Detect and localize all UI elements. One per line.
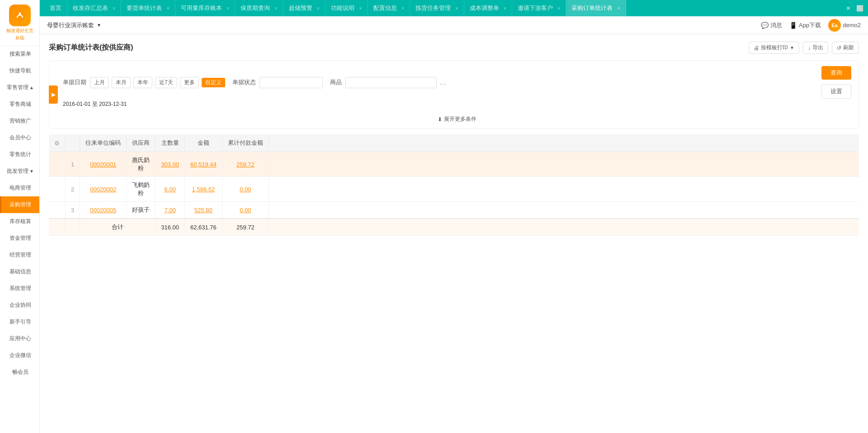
date-filter-label: 单据日期: [63, 78, 86, 86]
td-seq-3: 3: [66, 202, 80, 219]
sidebar-item-app-center[interactable]: 应用中心: [0, 330, 39, 347]
tab-receive-send[interactable]: 收发存汇总表 ×: [67, 0, 121, 16]
account-dropdown[interactable]: 母婴行业演示账套 ▼: [47, 21, 101, 29]
sidebar-item-finance-mgmt[interactable]: 资金管理: [0, 230, 39, 247]
sidebar-item-enterprise-wechat[interactable]: 企业微信: [0, 347, 39, 364]
th-paid-amount: 累计付款金额: [222, 134, 269, 152]
refresh-button[interactable]: ↺ 刷新: [832, 42, 859, 54]
unit-code-link-1[interactable]: 00020001: [90, 161, 116, 168]
sidebar-item-members[interactable]: 会员中心: [0, 129, 39, 146]
main-qty-link-1[interactable]: 303.00: [161, 161, 179, 168]
close-overstock-icon[interactable]: ×: [317, 0, 320, 16]
sidebar-item-enterprise-collab[interactable]: 企业协同: [0, 297, 39, 314]
page-container: 采购订单统计表(按供应商) 🖨 按模板打印 ▼ ↓ 导出 ↺ 刷新: [40, 34, 868, 433]
sidebar-item-inventory-check[interactable]: 库存核算: [0, 213, 39, 230]
settings-gear-icon[interactable]: ⚙: [54, 140, 60, 147]
amount-link-1[interactable]: 60,519.44: [190, 161, 217, 168]
amount-link-3[interactable]: 525.80: [194, 207, 212, 214]
expand-more-icon: ⬇: [438, 116, 442, 123]
sidebar-item-retail-stat[interactable]: 零售统计: [0, 146, 39, 163]
td-amount-1: 60,519.44: [185, 152, 222, 177]
export-icon: ↓: [808, 45, 811, 51]
header-right: 💬 消息 📱 App下载 Ea demo2: [761, 19, 861, 32]
td-supplier-3: 好孩子: [127, 202, 156, 219]
topbar-maximize-btn[interactable]: ⬜: [856, 5, 863, 12]
sidebar-item-quick-nav[interactable]: 快捷导航: [0, 62, 39, 79]
unit-code-link-3[interactable]: 00020005: [90, 207, 116, 214]
close-order-stat-icon[interactable]: ×: [166, 0, 169, 16]
tab-invite-downstream[interactable]: 邀请下游客户 ×: [512, 0, 566, 16]
sidebar-item-member-plus[interactable]: 畅会员: [0, 364, 39, 381]
sidebar-item-purchase-mgmt[interactable]: 采购管理: [0, 196, 39, 213]
export-button[interactable]: ↓ 导出: [803, 42, 828, 54]
paid-amount-link-1[interactable]: 259.72: [236, 161, 255, 168]
account-name: 母婴行业演示账套: [47, 21, 94, 29]
close-expiry-query-icon[interactable]: ×: [274, 0, 277, 16]
close-invite-icon[interactable]: ×: [557, 0, 560, 16]
paid-amount-link-2[interactable]: 0.00: [240, 186, 251, 193]
main-qty-link-3[interactable]: 7.00: [164, 207, 175, 214]
main-qty-link-2[interactable]: 6.00: [164, 186, 175, 193]
expand-more-conditions-btn[interactable]: ⬇ 展开更多条件: [438, 115, 476, 123]
action-buttons: 查询 设置: [821, 66, 851, 99]
tab-expiry-query[interactable]: 保质期查询 ×: [235, 0, 283, 16]
tab-available-stock[interactable]: 可用量库存账本 ×: [175, 0, 235, 16]
sidebar-item-wholesale-mgmt[interactable]: 批发管理 ▼: [0, 163, 39, 180]
sidebar-item-ecommerce[interactable]: 电商管理: [0, 180, 39, 196]
close-available-stock-icon[interactable]: ×: [226, 0, 229, 16]
close-purchase-stat-icon[interactable]: ×: [617, 0, 620, 16]
date-btn-more[interactable]: 更多: [180, 77, 199, 88]
user-avatar-area[interactable]: Ea demo2: [828, 19, 861, 32]
tab-overstock-warning[interactable]: 超储预警 ×: [283, 0, 326, 16]
sidebar-item-operations-mgmt[interactable]: 经营管理: [0, 247, 39, 263]
status-select[interactable]: [259, 77, 323, 88]
template-print-button[interactable]: 🖨 按模板打印 ▼: [749, 42, 799, 54]
close-config-info-icon[interactable]: ×: [401, 0, 404, 16]
sidebar-item-retail-mgmt[interactable]: 零售管理 ▲: [0, 79, 39, 96]
unit-code-link-2[interactable]: 00020002: [90, 186, 116, 193]
close-picking-task-icon[interactable]: ×: [455, 0, 458, 16]
tab-cost-adjust[interactable]: 成本调整单 ×: [464, 0, 512, 16]
sidebar-item-system-mgmt[interactable]: 系统管理: [0, 280, 39, 297]
goods-input-more-icon[interactable]: …: [439, 78, 447, 86]
th-unit-code: 往来单位编码: [80, 134, 127, 152]
sidebar-item-retail-shop[interactable]: 零售商城: [0, 96, 39, 113]
tab-config-info[interactable]: 配置信息 ×: [368, 0, 410, 16]
query-button[interactable]: 查询: [821, 66, 851, 80]
close-function-desc-icon[interactable]: ×: [359, 0, 362, 16]
tab-purchase-stat[interactable]: 采购订单统计表 ×: [566, 0, 626, 16]
message-btn[interactable]: 💬 消息: [761, 21, 782, 29]
topbar-close-btn[interactable]: ✕: [846, 5, 851, 12]
tab-function-desc[interactable]: 功能说明 ×: [326, 0, 368, 16]
filter-toggle-button[interactable]: ▶: [49, 86, 58, 104]
tf-settings: [49, 219, 66, 236]
tab-order-stat[interactable]: 要货单统计表 ×: [121, 0, 175, 16]
tab-picking-task[interactable]: 拣货任务管理 ×: [410, 0, 464, 16]
td-amount-3: 525.80: [185, 202, 222, 219]
date-range-display: 2016-01-01 至 2023-12-31: [63, 101, 127, 107]
th-main-qty: 主数量: [156, 134, 185, 152]
td-amount-2: 1,586.52: [185, 177, 222, 202]
filter-toggle-icon: ▶: [52, 91, 56, 98]
sidebar-item-search[interactable]: 搜索菜单: [0, 46, 39, 62]
custom-date-tag[interactable]: 自定义: [202, 78, 225, 87]
amount-link-2[interactable]: 1,586.52: [192, 186, 215, 193]
message-label: 消息: [770, 21, 782, 29]
close-cost-adjust-icon[interactable]: ×: [504, 0, 506, 16]
tab-home[interactable]: 首页: [44, 0, 67, 16]
close-receive-send-icon[interactable]: ×: [113, 0, 115, 16]
sidebar-item-basic-info[interactable]: 基础信息: [0, 263, 39, 280]
date-btn-7days[interactable]: 近7天: [155, 77, 177, 88]
settings-button[interactable]: 设置: [821, 84, 851, 99]
paid-amount-link-3[interactable]: 0.00: [240, 207, 251, 214]
sidebar: 畅捷通好生意 标版 搜索菜单 快捷导航 零售管理 ▲ 零售商城 营销推广 会员中…: [0, 0, 40, 433]
sidebar-item-marketing[interactable]: 营销推广: [0, 113, 39, 129]
date-btn-last-month[interactable]: 上月: [90, 77, 109, 88]
goods-input[interactable]: [345, 77, 437, 88]
sidebar-item-new-guide[interactable]: 新手引导: [0, 314, 39, 330]
date-btn-this-year[interactable]: 本年: [133, 77, 152, 88]
tf-paid-amount: 259.72: [222, 219, 269, 236]
app-download-btn[interactable]: 📱 App下载: [789, 21, 821, 29]
date-btn-this-month[interactable]: 本月: [112, 77, 131, 88]
tf-main-qty: 316.00: [156, 219, 185, 236]
